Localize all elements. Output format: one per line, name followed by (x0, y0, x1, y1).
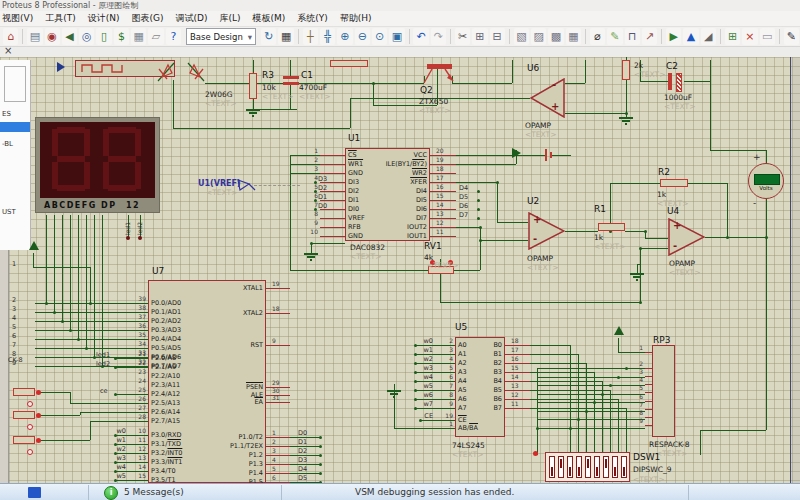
placeholder-text: <TEXT> (633, 475, 664, 483)
panel-item-fragment[interactable]: UST (2, 208, 16, 216)
search-tag-icon[interactable]: ▲ (683, 28, 698, 45)
menu-item-2[interactable]: 设计(N) (88, 12, 120, 25)
cut-icon[interactable]: ✂ (455, 28, 470, 45)
menu-item-4[interactable]: 调试(D) (175, 12, 207, 25)
edit-design-icon[interactable]: ✎ (784, 28, 799, 45)
message-count[interactable]: 5 Message(s) (124, 487, 184, 497)
home-icon[interactable]: ⌂ (3, 28, 18, 45)
component-ref[interactable]: C1 (301, 70, 313, 80)
component-ref[interactable]: DSW1 (633, 452, 660, 462)
property-assign-icon[interactable]: ◢ (701, 28, 716, 45)
component-r3[interactable] (249, 73, 257, 99)
block-delete-icon[interactable]: ▦ (566, 28, 581, 45)
dip-switch-9[interactable] (621, 456, 627, 478)
zoom-in-icon[interactable]: ⊕ (337, 28, 352, 45)
component-switch-1[interactable] (13, 388, 35, 396)
dip-switch-4[interactable] (576, 456, 582, 478)
new-sheet-icon[interactable]: ⊞ (725, 28, 740, 45)
wire-autorouter-icon[interactable]: ▶ (666, 28, 681, 45)
panel-selected-item[interactable] (0, 122, 30, 132)
net-label: w1 (108, 436, 126, 444)
panel-item-fragment[interactable]: -BL (2, 140, 13, 148)
sheet-margin (791, 57, 800, 483)
globe-icon[interactable]: ◎ (79, 28, 94, 45)
component-switch-2[interactable] (13, 411, 35, 419)
dip-switch-6[interactable] (594, 456, 600, 478)
notes-icon[interactable]: ▦ (131, 28, 146, 45)
dip-switch-7[interactable] (603, 456, 609, 478)
component-ref[interactable]: R1 (594, 204, 606, 214)
component-ref[interactable]: U2 (527, 196, 539, 206)
component-bridge[interactable] (150, 57, 212, 89)
dollar-icon[interactable]: $ (114, 28, 129, 45)
pan-icon[interactable]: ╬ (320, 28, 335, 45)
object-selector-panel[interactable]: ES-BLUST (0, 60, 31, 250)
origin-icon[interactable]: ┼ (303, 28, 318, 45)
pick-parts-icon[interactable]: ⌀ (590, 28, 605, 45)
undo-icon[interactable]: ↶ (413, 28, 428, 45)
block-copy-icon[interactable]: ▧ (514, 28, 529, 45)
component-ref[interactable]: U1 (348, 133, 360, 143)
dip-switch-8[interactable] (612, 456, 618, 478)
paste-icon[interactable]: ⊟ (490, 28, 505, 45)
component-rp3[interactable] (652, 345, 675, 437)
menu-item-3[interactable]: 图表(G) (131, 12, 163, 25)
component-ref[interactable]: Q2 (420, 85, 433, 95)
dip-switch-2[interactable] (558, 456, 564, 478)
menu-item-8[interactable]: 帮助(H) (340, 12, 372, 25)
info-icon[interactable]: i (104, 486, 118, 500)
component-ref[interactable]: RP3 (653, 335, 670, 345)
component-r1[interactable] (598, 223, 625, 231)
dip-switch-1[interactable] (549, 456, 555, 478)
zoom-area-icon[interactable]: ▣ (389, 28, 404, 45)
menu-item-5[interactable]: 库(L) (219, 12, 240, 25)
component-ref[interactable]: U5 (455, 322, 467, 332)
packaging-icon[interactable]: ⊓ (625, 28, 640, 45)
component-top-resistor[interactable] (330, 60, 368, 67)
goto-sheet-icon[interactable]: ▭ (760, 28, 775, 45)
center-icon[interactable]: ◉ (45, 28, 60, 45)
component-ref[interactable]: RV1 (424, 241, 442, 251)
pin-number: 3 (272, 447, 288, 454)
refresh-icon[interactable]: ↻ (261, 28, 276, 45)
component-ref[interactable]: U6 (527, 63, 539, 73)
component-r2[interactable] (660, 179, 688, 187)
block-rotate-icon[interactable]: ▩ (548, 28, 563, 45)
bom-icon[interactable]: ▯ (96, 28, 111, 45)
component-ref[interactable]: R2 (658, 167, 670, 177)
net-label: w0 (108, 427, 126, 435)
block-move-icon[interactable]: ▨ (531, 28, 546, 45)
menu-item-7[interactable]: 系统(Y) (297, 12, 328, 25)
schematic-canvas[interactable]: ES-BLUSTU1DAC0832<TEXT>U2OPAMP<TEXT>U4OP… (0, 57, 800, 483)
component-switch-3[interactable] (13, 436, 35, 444)
component-ref[interactable]: R3 (262, 70, 274, 80)
component-value: + (753, 152, 761, 162)
design-selector-dropdown[interactable]: Base Design▾ (186, 28, 256, 45)
megaphone-icon[interactable]: ◀ (62, 28, 77, 45)
component-dsw1[interactable] (545, 452, 630, 482)
close-icon[interactable]: × (4, 45, 12, 57)
decompose-icon[interactable]: ↗ (642, 28, 657, 45)
grid-icon[interactable]: ▦ (278, 28, 293, 45)
help-icon[interactable]: ? (166, 28, 181, 45)
make-device-icon[interactable]: ✎ (607, 28, 622, 45)
zoom-all-icon[interactable]: ⊙ (372, 28, 387, 45)
doc-icon[interactable]: ▱ (148, 28, 163, 45)
copy-icon[interactable]: ⊞ (472, 28, 487, 45)
remove-sheet-icon[interactable]: × (742, 28, 757, 45)
panel-item-fragment[interactable]: ES (2, 110, 11, 118)
wire (688, 183, 727, 184)
component-r-2k[interactable] (622, 60, 630, 80)
sheet-icon[interactable]: ▤ (27, 28, 42, 45)
dip-switch-3[interactable] (567, 456, 573, 478)
menu-item-6[interactable]: 模板(M) (252, 12, 285, 25)
dip-switch-5[interactable] (585, 456, 591, 478)
menu-item-0[interactable]: 视图(V) (2, 12, 33, 25)
component-ref[interactable]: U7 (152, 266, 164, 276)
menu-item-1[interactable]: 工具(T) (45, 12, 76, 25)
component-ref[interactable]: C2 (666, 61, 678, 71)
redo-icon[interactable]: ↷ (431, 28, 446, 45)
component-u6[interactable] (530, 78, 565, 122)
placeholder-text: <TEXT> (205, 99, 236, 108)
zoom-out-icon[interactable]: ⊖ (355, 28, 370, 45)
